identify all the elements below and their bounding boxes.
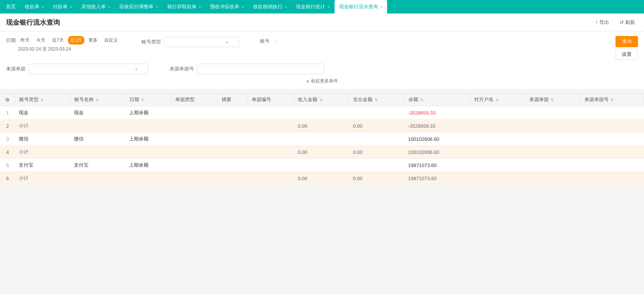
gear-icon[interactable]: ⚙ [5, 97, 10, 103]
table-header-row: ⚙ 账号类型 ⇅ 账号名称 ⇅ 日期 ⇅ 单据类型 摘要 [0, 93, 644, 106]
cell-expense [349, 106, 404, 119]
date-btn-yesterday[interactable]: 昨天 [18, 36, 32, 45]
nav-bank-deposit[interactable]: 银行存取款单 × [163, 0, 206, 13]
sort-counter-party-icon[interactable]: ⇅ [495, 98, 498, 102]
query-button[interactable]: 查询 [615, 36, 638, 47]
account-ellipsis-button[interactable]: ··· [273, 37, 280, 45]
sort-expense-icon[interactable]: ⇅ [375, 98, 378, 102]
nav-cash-bank-flow-label: 现金银行流水查询 [339, 0, 378, 13]
sort-income-icon[interactable]: ⇅ [320, 98, 323, 102]
nav-advance-offset-close[interactable]: × [242, 0, 244, 13]
nav-bank-deposit-close[interactable]: × [199, 0, 201, 13]
nav-payments-close[interactable]: × [70, 0, 72, 13]
cell-source-doc-num [580, 172, 644, 185]
account-type-select[interactable]: ∨ [164, 37, 239, 47]
cell-balance: -3528659.33 [404, 119, 470, 133]
account-type-filter: 账号类型 ∨ [141, 37, 239, 47]
cell-income [294, 133, 349, 146]
nav-ar-ap-adjust[interactable]: 应收应付调整单 × [115, 0, 162, 13]
cell-num: 4 [0, 146, 15, 159]
nav-other-income-close[interactable]: × [108, 0, 110, 13]
th-counter-party: 对方户名 ⇅ [470, 93, 525, 106]
cell-expense: 0.00 [349, 119, 404, 133]
th-doc-num-label: 单据编号 [252, 97, 271, 102]
th-source-doc-num: 来源单据号 ⇅ [580, 93, 644, 106]
nav-home[interactable]: 首页 [2, 0, 20, 13]
table-row[interactable]: 6 小计 0.00 0.00 19871073.60 [0, 172, 644, 185]
th-source-doc-label: 来源单据 [529, 97, 549, 102]
table-row[interactable]: 2 小计 0.00 0.00 -3528659.33 [0, 119, 644, 133]
nav-payments[interactable]: 付款单 × [48, 0, 77, 13]
cell-date [125, 146, 171, 159]
date-btn-today[interactable]: 今天 [34, 36, 48, 45]
nav-advance-offset[interactable]: 预收冲应收单 × [206, 0, 248, 13]
nav-cash-bank-flow[interactable]: 现金银行流水查询 × [335, 0, 387, 13]
cell-doc-type [171, 159, 218, 172]
export-button[interactable]: ↑ 导出 [593, 18, 612, 27]
cell-num: 3 [0, 133, 15, 146]
cell-income: 0.00 [294, 172, 349, 185]
cell-date: 上期余额 [125, 106, 171, 119]
nav-other-income[interactable]: 其他收入单 × [77, 0, 115, 13]
cell-summary [218, 133, 248, 146]
table-row[interactable]: 3 微信 微信 上期余额 100102606.60 [0, 133, 644, 146]
cell-summary [218, 159, 248, 172]
cell-balance: 19871073.60 [404, 172, 470, 185]
action-buttons: 查询 设置 [615, 36, 638, 60]
table-row[interactable]: 5 支付宝 支付宝 上期余额 19871073.60 [0, 159, 644, 172]
cell-num: 1 [0, 106, 15, 119]
cell-expense: 0.00 [349, 172, 404, 185]
table-row[interactable]: 1 现金 现金 上期余额 -3528659.33 [0, 106, 644, 119]
account-filter: 账号 ··· [260, 37, 280, 45]
cell-summary [218, 119, 248, 133]
th-date-label: 日期 [129, 97, 139, 102]
page-title: 现金银行流水查询 [6, 18, 60, 27]
source-doc-select[interactable]: ∨ [29, 64, 149, 74]
cell-source-doc [525, 119, 580, 133]
settings-button[interactable]: 设置 [615, 49, 638, 60]
cell-account-type: 小计 [15, 119, 70, 133]
th-settings[interactable]: ⚙ [0, 93, 15, 106]
table-body: 1 现金 现金 上期余额 -3528659.33 2 小计 0.00 0.00 … [0, 106, 644, 185]
sort-balance-icon[interactable]: ⇅ [420, 98, 423, 102]
cell-summary [218, 106, 248, 119]
source-doc-num-input[interactable] [197, 64, 324, 74]
nav-other-income-label: 其他收入单 [81, 0, 106, 13]
cell-doc-num [248, 133, 294, 146]
refresh-button[interactable]: ↺ 刷新 [617, 18, 638, 27]
th-summary: 摘要 [218, 93, 248, 106]
cell-account-name [70, 172, 125, 185]
th-date: 日期 ⇅ [125, 93, 171, 106]
date-btn-7days[interactable]: 近7天 [50, 36, 66, 45]
cell-doc-type [171, 146, 218, 159]
nav-cash-bank-flow-close[interactable]: × [380, 0, 383, 13]
th-source-doc: 来源单据 ⇅ [525, 93, 580, 106]
date-btn-custom[interactable]: 自定义 [102, 36, 120, 45]
collapse-button[interactable]: ∧ 收起更多条件 [303, 77, 341, 85]
sort-account-name-icon[interactable]: ⇅ [96, 98, 99, 102]
source-doc-filter: 来源单据 ∨ [6, 64, 149, 74]
nav-cash-bank-stats[interactable]: 现金银行统计 × [291, 0, 334, 13]
cell-counter-party [470, 106, 525, 119]
table-row[interactable]: 4 小计 0.00 0.00 100102606.60 [0, 146, 644, 159]
cell-counter-party [470, 146, 525, 159]
source-doc-num-label: 来源单据号 [170, 66, 194, 72]
date-btn-more[interactable]: 更多 [86, 36, 100, 45]
sort-account-type-icon[interactable]: ⇅ [41, 98, 44, 102]
nav-receipts[interactable]: 收款单 × [20, 0, 48, 13]
cell-income [294, 106, 349, 119]
cell-account-name: 支付宝 [70, 159, 125, 172]
th-source-doc-num-label: 来源单据号 [584, 97, 609, 102]
sort-source-doc-icon[interactable]: ⇅ [551, 98, 554, 102]
sort-date-icon[interactable]: ⇅ [141, 98, 144, 102]
cell-doc-type [171, 119, 218, 133]
nav-collection-exec-close[interactable]: × [285, 0, 287, 13]
nav-cash-bank-stats-close[interactable]: × [327, 0, 330, 13]
nav-ar-ap-adjust-close[interactable]: × [156, 0, 158, 13]
sort-source-doc-num-icon[interactable]: ⇅ [611, 98, 614, 102]
cell-counter-party [470, 119, 525, 133]
nav-collection-exec[interactable]: 收款核销执行 × [249, 0, 291, 13]
cell-date: 上期余额 [125, 133, 171, 146]
nav-receipts-close[interactable]: × [42, 0, 44, 13]
date-btn-1month[interactable]: 近1月 [68, 36, 85, 45]
